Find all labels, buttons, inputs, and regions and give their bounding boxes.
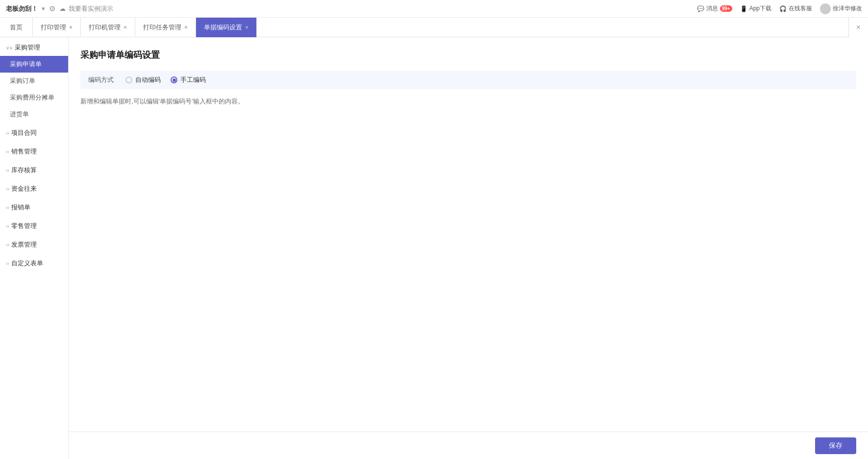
sidebar-group-sales-mgmt: › 销售管理 xyxy=(0,143,68,160)
purchase-mgmt-arrow: ∨ xyxy=(6,45,13,51)
search-area[interactable]: ☁ 我要看实例演示 xyxy=(59,4,113,13)
sidebar-item-receipt[interactable]: 进货单 xyxy=(0,106,68,123)
sidebar: ∨ 采购管理 采购申请单 采购订单 采购费用分摊单 进货单 › 项目合同 xyxy=(0,37,69,459)
settings-icon[interactable]: ⚙ xyxy=(49,4,55,13)
content-area: 采购申请单编码设置 编码方式 自动编码 手工编码 xyxy=(69,37,868,459)
tab-home[interactable]: 首页 xyxy=(0,18,33,37)
sidebar-group-purchase-mgmt: ∨ 采购管理 采购申请单 采购订单 采购费用分摊单 进货单 xyxy=(0,39,68,123)
radio-auto-code-label: 自动编码 xyxy=(135,76,161,84)
inventory-settle-arrow: › xyxy=(6,168,9,173)
sales-mgmt-arrow: › xyxy=(6,149,9,154)
tab-print-mgmt[interactable]: 打印管理 × xyxy=(33,18,81,37)
radio-auto-code-circle xyxy=(125,76,132,83)
dropdown-icon[interactable]: ▾ xyxy=(42,5,45,12)
sidebar-group-invoice-mgmt: › 发票管理 xyxy=(0,236,68,253)
sidebar-group-title-custom-form[interactable]: › 自定义表单 xyxy=(0,255,68,272)
sidebar-item-purchase-request[interactable]: 采购申请单 xyxy=(0,56,68,73)
sidebar-item-purchase-order[interactable]: 采购订单 xyxy=(0,73,68,89)
top-bar-right: 💬 消息 99+ 📱 App下载 🎧 在线客服 徐泽华修改 xyxy=(697,3,862,14)
hint-text: 新增和编辑单据时,可以编辑'单据编码号'输入框中的内容。 xyxy=(80,97,856,106)
message-button[interactable]: 💬 消息 99+ xyxy=(697,4,732,13)
phone-icon: 📱 xyxy=(740,5,747,12)
app-download-button[interactable]: 📱 App下载 xyxy=(740,4,771,13)
tab-print-mgmt-close[interactable]: × xyxy=(69,24,73,31)
tab-printer-mgmt-close[interactable]: × xyxy=(124,24,127,31)
invoice-mgmt-arrow: › xyxy=(6,242,9,248)
sales-return-label: 报销单 xyxy=(11,203,30,212)
save-button[interactable]: 保存 xyxy=(815,437,856,454)
sidebar-group-title-invoice-mgmt[interactable]: › 发票管理 xyxy=(0,236,68,253)
radio-auto-code[interactable]: 自动编码 xyxy=(125,76,161,84)
code-setting-row: 编码方式 自动编码 手工编码 xyxy=(80,71,856,89)
logo-text: 老板勿刮！ xyxy=(6,4,38,13)
radio-group: 自动编码 手工编码 xyxy=(125,76,206,84)
content-main: 采购申请单编码设置 编码方式 自动编码 手工编码 xyxy=(69,37,868,432)
message-icon: 💬 xyxy=(697,5,704,12)
sidebar-group-title-sales-return[interactable]: › 报销单 xyxy=(0,199,68,216)
tab-bar: 首页 打印管理 × 打印机管理 × 打印任务管理 × 单据编码设置 × × xyxy=(0,18,868,37)
page-title: 采购申请单编码设置 xyxy=(80,49,856,61)
main-layout: ∨ 采购管理 采购申请单 采购订单 采购费用分摊单 进货单 › 项目合同 xyxy=(0,37,868,459)
top-bar-left: 老板勿刮！ ▾ ⚙ ☁ 我要看实例演示 xyxy=(6,4,113,13)
tab-printer-mgmt[interactable]: 打印机管理 × xyxy=(81,18,135,37)
radio-manual-code-label: 手工编码 xyxy=(180,76,206,84)
sidebar-group-custom-form: › 自定义表单 xyxy=(0,255,68,272)
sidebar-item-purchase-expense-split[interactable]: 采购费用分摊单 xyxy=(0,89,68,106)
online-service-button[interactable]: 🎧 在线客服 xyxy=(779,4,812,13)
sales-mgmt-label: 销售管理 xyxy=(11,147,37,156)
tab-single-code-setting-close[interactable]: × xyxy=(245,24,248,31)
app-download-label: App下载 xyxy=(749,4,771,13)
sidebar-group-title-project-contract[interactable]: › 项目合同 xyxy=(0,125,68,141)
tab-single-code-setting[interactable]: 单据编码设置 × xyxy=(196,18,257,37)
project-contract-arrow: › xyxy=(6,130,9,136)
sidebar-group-title-fund-flow[interactable]: › 资金往来 xyxy=(0,180,68,197)
fund-flow-arrow: › xyxy=(6,186,9,192)
message-badge: 99+ xyxy=(720,5,732,12)
sidebar-group-title-inventory-settle[interactable]: › 库存核算 xyxy=(0,162,68,178)
radio-manual-code-circle xyxy=(171,76,177,83)
fund-flow-label: 资金往来 xyxy=(11,184,37,193)
project-contract-label: 项目合同 xyxy=(11,128,37,137)
service-icon: 🎧 xyxy=(779,5,787,12)
purchase-order-label: 采购订单 xyxy=(10,77,35,84)
sidebar-group-title-retail-mgmt[interactable]: › 零售管理 xyxy=(0,218,68,234)
user-name: 徐泽华修改 xyxy=(833,4,862,13)
purchase-request-label: 采购申请单 xyxy=(10,60,42,68)
tab-home-label: 首页 xyxy=(10,23,23,32)
tab-print-task-mgmt-close[interactable]: × xyxy=(184,24,188,31)
cloud-icon: ☁ xyxy=(59,5,66,12)
sidebar-group-fund-flow: › 资金往来 xyxy=(0,180,68,197)
custom-form-arrow: › xyxy=(6,261,9,266)
sidebar-group-title-sales-mgmt[interactable]: › 销售管理 xyxy=(0,143,68,160)
sidebar-group-project-contract: › 项目合同 xyxy=(0,125,68,141)
online-service-label: 在线客服 xyxy=(789,4,812,13)
tab-print-task-mgmt[interactable]: 打印任务管理 × xyxy=(135,18,196,37)
avatar xyxy=(820,3,831,14)
purchase-expense-split-label: 采购费用分摊单 xyxy=(10,94,54,101)
tab-print-mgmt-label: 打印管理 xyxy=(41,23,66,32)
user-info[interactable]: 徐泽华修改 xyxy=(820,3,862,14)
sidebar-group-retail-mgmt: › 零售管理 xyxy=(0,218,68,234)
invoice-mgmt-label: 发票管理 xyxy=(11,240,37,249)
bottom-bar: 保存 xyxy=(69,432,868,459)
radio-manual-code[interactable]: 手工编码 xyxy=(171,76,206,84)
sales-return-arrow: › xyxy=(6,205,9,210)
search-text[interactable]: 我要看实例演示 xyxy=(69,4,113,13)
code-setting-label: 编码方式 xyxy=(88,76,114,84)
tab-bar-close-button[interactable]: × xyxy=(848,18,868,37)
receipt-label: 进货单 xyxy=(10,110,29,118)
top-bar: 老板勿刮！ ▾ ⚙ ☁ 我要看实例演示 💬 消息 99+ 📱 App下载 🎧 在… xyxy=(0,0,868,18)
sidebar-group-inventory-settle: › 库存核算 xyxy=(0,162,68,178)
sidebar-group-title-purchase-mgmt[interactable]: ∨ 采购管理 xyxy=(0,39,68,56)
custom-form-label: 自定义表单 xyxy=(11,259,43,268)
tab-print-task-mgmt-label: 打印任务管理 xyxy=(143,23,181,32)
retail-mgmt-label: 零售管理 xyxy=(11,222,37,230)
inventory-settle-label: 库存核算 xyxy=(11,166,37,175)
sidebar-group-sales-return: › 报销单 xyxy=(0,199,68,216)
tab-printer-mgmt-label: 打印机管理 xyxy=(89,23,121,32)
tab-single-code-setting-label: 单据编码设置 xyxy=(204,23,242,32)
retail-mgmt-arrow: › xyxy=(6,224,9,229)
purchase-mgmt-label: 采购管理 xyxy=(15,43,40,52)
message-label: 消息 xyxy=(706,4,718,13)
